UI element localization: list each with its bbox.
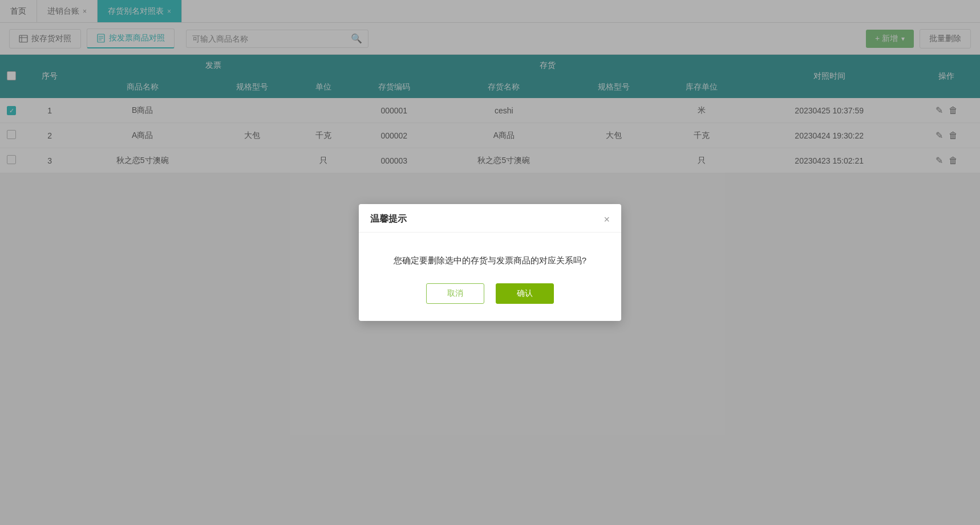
modal-overlay: 温馨提示 × 您确定要删除选中的存货与发票商品的对应关系吗? 取消 确认 — [0, 0, 980, 173]
